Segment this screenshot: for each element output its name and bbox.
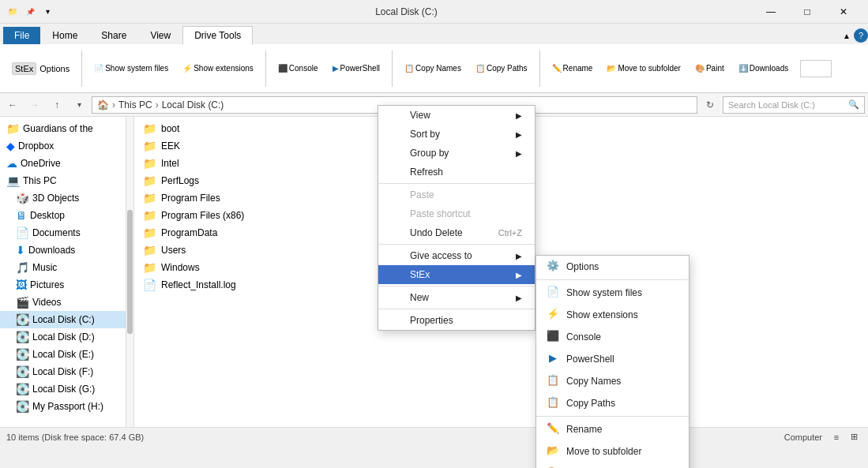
ribbon-paint[interactable]: 🎨 Paint xyxy=(690,60,730,77)
sidebar-item-localf[interactable]: 💽 Local Disk (F:) xyxy=(0,363,126,380)
sidebar-item-documents[interactable]: 📄 Documents xyxy=(0,224,126,241)
show-system-icon: 📄 xyxy=(94,64,103,73)
sidebar-item-guardians[interactable]: 📁 Guardians of the xyxy=(0,120,126,137)
ctx-groupby[interactable]: Group by ▶ xyxy=(378,144,535,163)
refresh-button[interactable]: ↻ xyxy=(701,96,720,114)
ctx-paste-shortcut[interactable]: Paste shortcut xyxy=(378,204,535,223)
ribbon-rename[interactable]: ✏️ Rename xyxy=(547,60,599,77)
ribbon-copy-paths[interactable]: 📋 Copy Paths xyxy=(470,60,533,77)
search-icon: 🔍 xyxy=(848,99,859,110)
file-name: Reflect_Install.log xyxy=(161,279,236,290)
downloads-label: Downloads xyxy=(750,64,788,73)
ctx-sortby[interactable]: Sort by ▶ xyxy=(378,125,535,144)
sidebar-item-localc[interactable]: 💽 Local Disk (C:) xyxy=(0,311,126,328)
sub-paint[interactable]: 🎨 Paint xyxy=(536,462,689,468)
title-bar-icons: 📁 📌 ▾ xyxy=(6,6,54,18)
console-icon: ⬛ xyxy=(278,64,287,73)
ctx-paste[interactable]: Paste xyxy=(378,185,535,204)
thispc-icon: 💻 xyxy=(6,174,20,187)
sidebar-scrollbar[interactable] xyxy=(126,117,134,427)
locald-icon: 💽 xyxy=(16,331,29,343)
options-label: Options xyxy=(39,64,70,73)
ribbon-show-system[interactable]: 📄 Show system files xyxy=(88,60,174,77)
ribbon-more[interactable] xyxy=(800,60,832,77)
powershell-icon: ▶ xyxy=(333,64,339,73)
status-text: 10 items (Disk free space: 67.4 GB) xyxy=(6,432,144,442)
folder-icon: 📁 xyxy=(143,244,156,256)
localc-icon: 💽 xyxy=(16,313,29,326)
folder-icon: 📁 xyxy=(143,192,156,204)
copy-paths-icon: 📋 xyxy=(475,64,485,73)
sidebar-item-downloads[interactable]: ⬇ Downloads xyxy=(0,241,126,259)
path-segment-home: 🏠 xyxy=(97,99,109,110)
tab-view[interactable]: View xyxy=(138,26,182,44)
show-ext-label: Show extensions xyxy=(194,64,254,73)
sidebar-item-desktop[interactable]: 🖥 Desktop xyxy=(0,207,126,224)
ribbon-downloads[interactable]: ⬇️ Downloads xyxy=(733,60,794,77)
recent-locations-icon[interactable]: ▾ xyxy=(70,96,88,114)
ribbon-powershell[interactable]: ▶ PowerShell xyxy=(327,60,386,77)
ctx-sep2 xyxy=(378,244,535,245)
onedrive-icon: ☁ xyxy=(6,157,17,170)
maximize-button[interactable]: □ xyxy=(789,0,825,24)
file-name: PerfLogs xyxy=(161,175,199,186)
sidebar-item-videos[interactable]: 🎬 Videos xyxy=(0,294,126,311)
sidebar-item-passport[interactable]: 💽 My Passport (H:) xyxy=(0,398,126,415)
tab-file[interactable]: File xyxy=(3,27,40,44)
music-icon: 🎵 xyxy=(16,261,29,274)
ctx-view[interactable]: View ▶ xyxy=(378,106,535,125)
file-name: EEK xyxy=(161,140,180,152)
downloads-icon: ⬇ xyxy=(16,244,25,256)
downloads-icon: ⬇️ xyxy=(738,64,748,73)
ctx-stex[interactable]: StEx ▶ xyxy=(378,265,535,284)
view-details-button[interactable]: ≡ xyxy=(829,430,844,444)
move-subfolder-icon: 📂 xyxy=(546,444,560,459)
arrow-icon: ▶ xyxy=(516,111,522,120)
folder-icon: 📁 xyxy=(6,122,20,135)
forward-button[interactable]: → xyxy=(25,96,44,114)
localg-icon: 💽 xyxy=(16,383,29,395)
ctx-refresh[interactable]: Refresh xyxy=(378,163,535,182)
ribbon-copy-names[interactable]: 📋 Copy Names xyxy=(399,60,467,77)
ctx-undo-delete[interactable]: Undo Delete Ctrl+Z xyxy=(378,223,535,242)
help-icon[interactable]: ? xyxy=(854,28,868,43)
search-box[interactable]: Search Local Disk (C:) 🔍 xyxy=(723,96,865,114)
view-large-button[interactable]: ⊞ xyxy=(846,430,862,444)
sidebar-item-dropbox[interactable]: ◆ Dropbox xyxy=(0,137,126,155)
ribbon-console[interactable]: ⬛ Console xyxy=(272,60,324,77)
file-name: boot xyxy=(161,123,179,134)
ribbon-show-extensions[interactable]: ⚡ Show extensions xyxy=(177,60,259,77)
ctx-give-access[interactable]: Give access to ▶ xyxy=(378,246,535,265)
ribbon-collapse-icon[interactable]: ▲ xyxy=(843,32,851,40)
tab-share[interactable]: Share xyxy=(89,26,138,44)
videos-icon: 🎬 xyxy=(16,296,29,309)
sidebar-item-music[interactable]: 🎵 Music xyxy=(0,259,126,276)
sidebar-item-locald[interactable]: 💽 Local Disk (D:) xyxy=(0,328,126,346)
pictures-icon: 🖼 xyxy=(16,279,27,291)
close-button[interactable]: ✕ xyxy=(825,0,862,24)
back-button[interactable]: ← xyxy=(3,96,22,114)
search-placeholder: Search Local Disk (C:) xyxy=(728,100,815,110)
pin-icon: 📌 xyxy=(24,6,36,18)
arrow-icon: ▶ xyxy=(516,149,522,158)
minimize-button[interactable]: — xyxy=(753,0,789,24)
file-name: Program Files xyxy=(161,193,220,204)
tab-home[interactable]: Home xyxy=(40,26,89,44)
sidebar-item-label: Local Disk (C:) xyxy=(32,314,95,325)
ctx-properties[interactable]: Properties xyxy=(378,311,535,330)
sidebar-item-thispc[interactable]: 💻 This PC xyxy=(0,172,126,189)
up-button[interactable]: ↑ xyxy=(47,96,66,114)
tab-drivetools[interactable]: Drive Tools xyxy=(182,26,253,45)
sidebar-item-locale[interactable]: 💽 Local Disk (E:) xyxy=(0,346,126,363)
locale-icon: 💽 xyxy=(16,348,29,361)
sidebar-item-label: Downloads xyxy=(28,245,75,256)
ribbon-stex[interactable]: StEx Options xyxy=(6,58,75,79)
sidebar-item-label: Pictures xyxy=(30,279,64,290)
ribbon-move-subfolder[interactable]: 📂 Move to subfolder xyxy=(601,60,686,77)
sidebar-item-onedrive[interactable]: ☁ OneDrive xyxy=(0,155,126,172)
sidebar-item-localg[interactable]: 💽 Local Disk (G:) xyxy=(0,380,126,398)
sidebar-item-pictures[interactable]: 🖼 Pictures xyxy=(0,276,126,294)
sidebar-item-3dobjects[interactable]: 🎲 3D Objects xyxy=(0,189,126,207)
ctx-new[interactable]: New ▶ xyxy=(378,288,535,307)
path-segment-localdisk: Local Disk (C:) xyxy=(162,99,224,110)
